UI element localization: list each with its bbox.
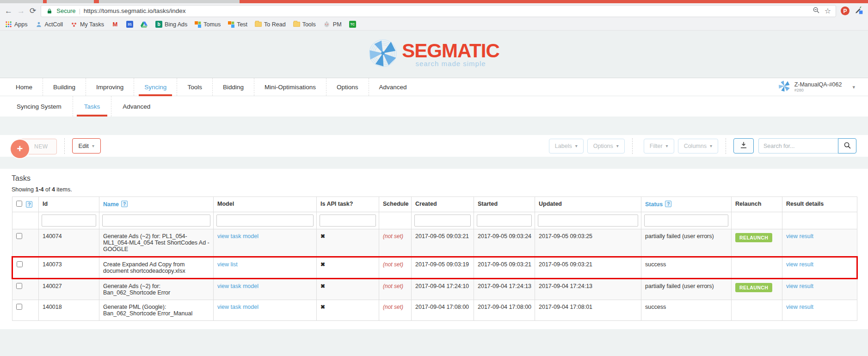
cell-is-api-task: ✖ [317, 300, 379, 321]
column-header-started[interactable]: Started [474, 197, 535, 212]
select-all-checkbox[interactable] [16, 201, 22, 207]
edit-button[interactable]: Edit ▾ [72, 138, 101, 153]
view-result-link[interactable]: view result [786, 261, 813, 268]
cell-relaunch [732, 257, 782, 279]
bookmark-bing-ads[interactable]: b Bing Ads [155, 21, 187, 28]
bookmark-actcoll[interactable]: ActColl [35, 21, 63, 28]
labels-button[interactable]: Labels ▾ [549, 139, 584, 153]
updated-filter-input[interactable] [538, 215, 638, 227]
back-icon[interactable]: ← [5, 7, 12, 15]
bookmark-pm[interactable]: PM [323, 21, 342, 28]
nav-tab-options[interactable]: Options [326, 78, 369, 96]
filter-cell-schedule [379, 212, 412, 229]
bookmark-tools[interactable]: Tools [293, 21, 316, 28]
footer-band [0, 329, 868, 356]
secure-label[interactable]: Secure [56, 7, 75, 14]
nav-tab-syncing[interactable]: Syncing [134, 78, 177, 96]
name-filter-input[interactable] [102, 215, 210, 227]
bookmark-drive[interactable] [141, 21, 148, 28]
row-checkbox[interactable] [16, 283, 22, 289]
row-checkbox[interactable] [16, 233, 22, 239]
address-bar[interactable]: Secure | https://tomus.segmatic.io/tasks… [41, 5, 836, 17]
header-row: ? Id Name? Model Is API task? Schedule C… [12, 197, 857, 212]
help-icon[interactable]: ? [26, 201, 32, 208]
started-filter-input[interactable] [477, 215, 532, 227]
filter-cell-started [474, 212, 535, 229]
column-header-status[interactable]: Status? [641, 197, 732, 212]
cell-is-api-task: ✖ [317, 257, 379, 279]
bookmark-my-tasks[interactable]: My Tasks [70, 21, 104, 28]
refresh-icon[interactable]: ⟳ [30, 7, 36, 15]
nav-tab-building[interactable]: Building [43, 78, 86, 96]
nav-tab-improving[interactable]: Improving [86, 78, 134, 96]
column-header-created[interactable]: Created [412, 197, 474, 212]
search-button[interactable] [838, 138, 856, 153]
columns-button[interactable]: Columns ▾ [678, 139, 718, 153]
nav-tab-mini-optimisations[interactable]: Mini-Optimisations [254, 78, 326, 96]
drive-triangle-icon [141, 21, 148, 28]
bookmark-test[interactable]: Test [228, 21, 247, 28]
options-button[interactable]: Options ▾ [587, 139, 625, 153]
view-task-model-link[interactable]: view task model [217, 283, 259, 289]
tc-icon: TC [349, 21, 356, 28]
column-header-updated[interactable]: Updated [535, 197, 641, 212]
cell-id: 140027 [39, 279, 99, 300]
model-filter-input[interactable] [216, 215, 314, 227]
user-menu[interactable]: Z-ManualQA-#062 #280 ▾ [778, 78, 855, 96]
bookmark-calendar[interactable]: 31 [126, 21, 133, 28]
logo-tagline: search made simple [415, 60, 486, 68]
created-filter-input[interactable] [414, 215, 471, 227]
filter-button[interactable]: Filter ▾ [644, 139, 674, 153]
plus-icon[interactable]: + [11, 140, 29, 158]
bookmark-star-icon[interactable]: ☆ [825, 6, 831, 15]
subnav-tab-tasks[interactable]: Tasks [73, 96, 111, 117]
url-text[interactable]: https://tomus.segmatic.io/tasks/index [84, 7, 809, 14]
cell-status: partially failed (user errors) [641, 279, 732, 300]
column-header-schedule[interactable]: Schedule [379, 197, 412, 212]
search-input[interactable] [758, 138, 838, 153]
relaunch-button[interactable]: RELAUNCH [735, 233, 772, 242]
extension-p-icon[interactable]: P [841, 6, 850, 15]
cell-model: view task model [214, 279, 317, 300]
id-filter-input[interactable] [42, 215, 96, 227]
filter-cell-updated [535, 212, 641, 229]
bookmark-apps[interactable]: Apps [5, 21, 28, 28]
bookmark-tc[interactable]: TC [349, 21, 356, 28]
view-task-model-link[interactable]: view task model [217, 233, 259, 239]
nav-tab-advanced[interactable]: Advanced [369, 78, 417, 96]
bookmark-gmail[interactable]: M [111, 21, 119, 28]
help-icon[interactable]: ? [665, 201, 671, 207]
cell-result: view result [782, 279, 857, 300]
api-filter-input[interactable] [320, 215, 376, 227]
view-result-link[interactable]: view result [786, 304, 813, 310]
cell-updated: 2017-09-04 17:24:13 [535, 279, 641, 300]
new-button[interactable]: + NEW [17, 142, 57, 150]
status-filter-input[interactable] [644, 215, 728, 227]
nav-tab-home[interactable]: Home [6, 78, 43, 96]
relaunch-button[interactable]: RELAUNCH [735, 283, 772, 292]
chevron-down-icon: ▾ [575, 143, 578, 148]
segmatic-logo[interactable]: SEGMATIC search made simple [369, 39, 499, 69]
row-checkbox[interactable] [16, 304, 22, 310]
view-task-model-link[interactable]: view task model [217, 304, 259, 310]
nav-tab-tools[interactable]: Tools [177, 78, 212, 96]
help-icon[interactable]: ? [121, 201, 128, 207]
view-result-link[interactable]: view result [786, 233, 813, 239]
subnav-tab-advanced[interactable]: Advanced [111, 96, 161, 117]
column-header-is-api-task[interactable]: Is API task? [317, 197, 379, 212]
bookmark-to-read[interactable]: To Read [255, 21, 286, 28]
subnav-tab-syncing-system[interactable]: Syncing System [6, 96, 73, 117]
search-icon [843, 141, 851, 151]
export-download-button[interactable] [733, 138, 754, 153]
row-checkbox[interactable] [17, 261, 23, 267]
view-result-link[interactable]: view result [786, 283, 813, 289]
column-header-id[interactable]: Id [39, 197, 99, 212]
person-icon [35, 21, 43, 28]
filter-cell-id [39, 212, 99, 229]
bookmark-tomus[interactable]: Tomus [195, 21, 221, 28]
column-header-name[interactable]: Name? [99, 197, 214, 212]
eyedropper-extension-icon[interactable] [854, 6, 863, 17]
nav-tab-bidding[interactable]: Bidding [212, 78, 254, 96]
zoom-icon[interactable] [813, 6, 820, 16]
view-list-link[interactable]: view list [217, 261, 238, 268]
